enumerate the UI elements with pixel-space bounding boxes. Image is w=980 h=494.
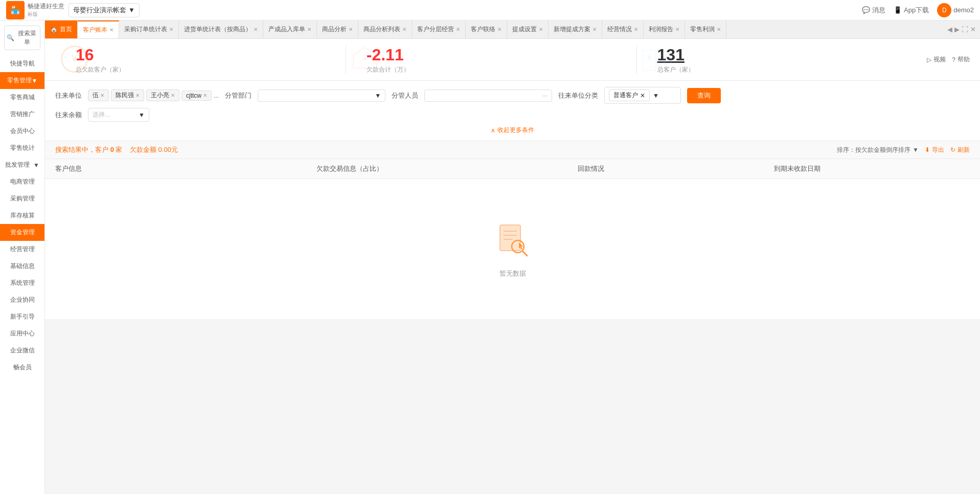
tab-close-all-icon[interactable]: ✕ [970,26,976,33]
remove-tag-wang[interactable]: ✕ [171,93,175,98]
close-icon[interactable]: ✕ [717,27,721,32]
sidebar-item-purchase[interactable]: 采购管理 [0,190,44,207]
tab-add-commission[interactable]: 新增提成方案 ✕ [549,20,602,38]
dept-filter-label: 分管部门 [225,91,252,100]
close-icon[interactable]: ✕ [402,27,406,32]
chevron-down-icon: ▼ [128,6,135,14]
sidebar-item-finance[interactable]: 资金管理 [0,224,44,241]
collapse-button[interactable]: ∧ 收起更多条件 [491,126,534,134]
page-content: ¥ 16 总欠款客户（家） ✦ -2.11 欠款合计（万） [45,39,980,494]
tab-maximize-icon[interactable]: ⛶ [962,26,968,33]
tab-next-icon[interactable]: ▶ [954,26,960,33]
company-selector[interactable]: 母婴行业演示帐套 ▼ [69,3,140,17]
home-icon: 🏠 [50,26,58,33]
sidebar-item-wholesale[interactable]: 批发管理 ▼ [0,156,44,173]
top-bar-right: 💬 消息 📱 App下载 D demo2 [862,3,974,17]
app-download-button[interactable]: 📱 App下载 [894,6,929,15]
sidebar-item-app-center[interactable]: 应用中心 [0,325,44,342]
collapse-area: ∧ 收起更多条件 [55,126,970,134]
search-menu-button[interactable]: 🔍 搜索菜单 [4,26,40,50]
chevron-down-icon: ▼ [375,92,381,99]
close-icon[interactable]: ✕ [307,27,311,32]
person-selector[interactable]: ··· [424,89,552,102]
close-icon[interactable]: ✕ [497,27,502,32]
tab-purchase-order-stats[interactable]: 采购订单统计表 ✕ [119,20,179,38]
tab-retail-profit[interactable]: 零售利润 ✕ [685,20,726,38]
close-icon[interactable]: ✕ [592,27,597,32]
refresh-button[interactable]: ↻ 刷新 [950,146,970,154]
table-container: 客户信息 欠款交易信息（占比） 回款情况 到期未收款日期 [45,159,980,319]
logo-text: 畅捷通好生意 标版 [28,2,64,18]
customer-type-tag: 普通客户 ✕ [609,89,650,101]
remove-tag-wu[interactable]: ✕ [100,93,104,98]
sidebar-item-fast-nav[interactable]: 快捷导航 [0,55,44,72]
results-info: 搜索结果中，客户 0 家 欠款金额 0.00元 [55,145,178,154]
chevron-down-icon: ▼ [139,111,145,119]
remove-tag-chen[interactable]: ✕ [135,93,140,98]
sidebar-item-retail-mall[interactable]: 零售商城 [0,89,44,106]
chevron-down-icon: ▼ [913,146,919,153]
tab-operations[interactable]: 经营情况 ✕ [602,20,644,38]
close-icon[interactable]: ✕ [169,27,173,32]
tab-customer-ledger[interactable]: 客户账本 ✕ [78,20,119,38]
video-button[interactable]: ▷ 视频 [927,55,946,64]
col-due-date: 到期未收款日期 [774,164,970,173]
tab-production-inbound[interactable]: 产成品入库单 ✕ [263,20,317,38]
sidebar-item-wechat[interactable]: 企业微信 [0,342,44,359]
user-menu[interactable]: D demo2 [937,3,974,17]
close-icon[interactable]: ✕ [349,27,353,32]
close-icon[interactable]: ✕ [254,27,258,32]
download-icon: 📱 [894,6,902,14]
sidebar-item-operations[interactable]: 经营管理 [0,241,44,258]
results-bar: 搜索结果中，客户 0 家 欠款金额 0.00元 排序：按欠款金额倒序排序 ▼ ⬇… [45,141,980,159]
tab-customer-contact[interactable]: 客户联络 ✕ [466,20,507,38]
video-icon: ▷ [927,56,931,63]
close-icon[interactable]: ✕ [456,27,460,32]
tab-commission-settings[interactable]: 提成设置 ✕ [507,20,549,38]
dept-selector[interactable]: ▼ [258,89,385,102]
sidebar-item-guide[interactable]: 新手引导 [0,308,44,325]
remove-tag-cjttcw[interactable]: ✕ [203,93,207,98]
sidebar-item-enterprise[interactable]: 企业协同 [0,291,44,308]
chevron-down-icon: ▼ [653,92,659,99]
sidebar-item-inventory[interactable]: 库存核算 [0,207,44,224]
chevron-icon: ▼ [32,77,38,84]
sidebar-item-retail-stats[interactable]: 零售统计 [0,140,44,156]
empty-text: 暂无数据 [499,269,526,278]
close-icon[interactable]: ✕ [634,27,638,32]
sidebar-item-basic-info[interactable]: 基础信息 [0,258,44,275]
tab-inbound-stats[interactable]: 进货单统计表（按商品） ✕ [179,20,263,38]
unit-type-selector[interactable]: 普通客户 ✕ ▼ [604,87,681,104]
tab-product-analysis[interactable]: 商品分析 ✕ [317,20,358,38]
message-button[interactable]: 💬 消息 [862,6,885,15]
sidebar-item-retail-management[interactable]: 零售管理 ▼ [0,72,44,89]
tab-customer-tier[interactable]: 客户分层经营 ✕ [412,20,466,38]
logo-icon: 🏪 [6,1,25,19]
export-button[interactable]: ⬇ 导出 [925,146,944,154]
tab-product-analysis-list[interactable]: 商品分析列表 ✕ [358,20,412,38]
remove-type-tag[interactable]: ✕ [640,92,645,99]
sort-selector[interactable]: 排序：按欠款金额倒序排序 ▼ [837,146,919,154]
close-icon[interactable]: ✕ [109,27,113,33]
more-tags-button[interactable]: ... [214,92,219,99]
stats-bar: ¥ 16 总欠款客户（家） ✦ -2.11 欠款合计（万） [45,39,980,81]
tab-home[interactable]: 🏠 首页 [45,20,78,38]
svg-text:✦: ✦ [362,55,368,63]
query-button[interactable]: 查询 [687,88,721,103]
help-icon: ? [952,56,955,63]
sidebar-item-vip[interactable]: 畅会员 [0,359,44,376]
sidebar-item-system[interactable]: 系统管理 [0,275,44,291]
sidebar-item-marketing[interactable]: 营销推广 [0,106,44,123]
tab-prev-icon[interactable]: ◀ [947,26,952,33]
sidebar-item-ecommerce[interactable]: 电商管理 [0,173,44,190]
export-icon: ⬇ [925,146,930,153]
balance-selector[interactable]: 选择... ▼ [88,108,149,122]
avatar: D [937,3,951,17]
tab-profit-report[interactable]: 利润报告 ✕ [644,20,685,38]
sidebar-item-member-center[interactable]: 会员中心 [0,123,44,140]
dots-icon: ··· [542,92,548,99]
close-icon[interactable]: ✕ [539,27,543,32]
close-icon[interactable]: ✕ [675,27,679,32]
help-button[interactable]: ? 帮助 [952,55,970,64]
chevron-icon: ▼ [33,162,39,169]
